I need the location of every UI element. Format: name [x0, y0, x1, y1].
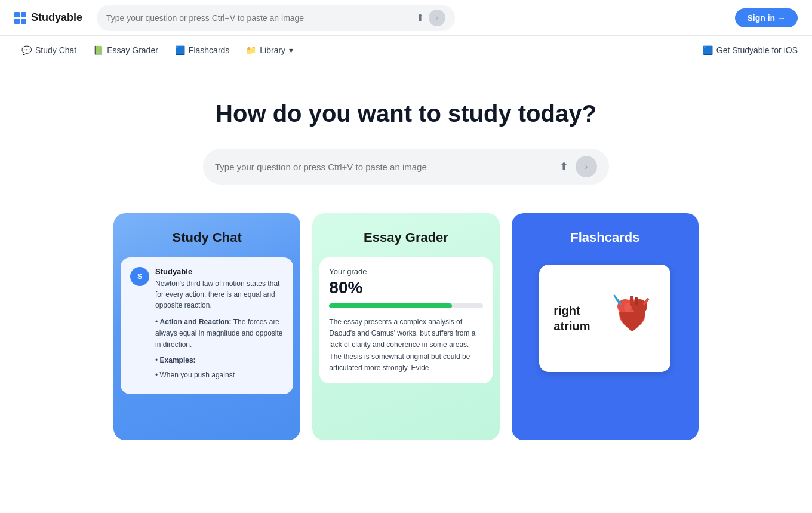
- header-arrow-icon: ›: [436, 13, 438, 22]
- header-search-bar: ⬆ ›: [97, 5, 455, 31]
- nav-library-label: Library: [260, 45, 285, 55]
- svg-point-8: [624, 303, 631, 312]
- flashcards-card[interactable]: Flashcards right atrium: [512, 213, 699, 440]
- chat-message: S Studyable Newton's third law of motion…: [130, 267, 284, 385]
- logo-icon: [14, 12, 26, 24]
- svg-line-7: [644, 299, 648, 304]
- hero-title: How do you want to study today?: [216, 100, 596, 127]
- essay-grader-inner: Your grade 80% The essay presents a comp…: [319, 257, 492, 383]
- study-chat-card[interactable]: Study Chat S Studyable Newton's third la…: [113, 213, 300, 440]
- header-right: Sign in →: [735, 8, 798, 27]
- chat-bullets-list: Action and Reaction: The forces are alwa…: [155, 317, 284, 381]
- study-chat-card-title: Study Chat: [113, 213, 300, 257]
- nav-item-library[interactable]: 📁 Library ▾: [239, 42, 300, 59]
- essay-grader-card[interactable]: Essay Grader Your grade 80% The essay pr…: [312, 213, 499, 440]
- svg-rect-3: [630, 296, 633, 306]
- progress-bar-bg: [329, 303, 482, 308]
- nav-item-study-chat[interactable]: 💬 Study Chat: [14, 42, 84, 59]
- ios-label: Get Studyable for iOS: [716, 45, 798, 55]
- flashcard-term: right atrium: [553, 303, 608, 334]
- flashcard: right atrium: [539, 265, 670, 372]
- main-arrow-icon: ›: [585, 161, 588, 172]
- header-search-submit-button[interactable]: ›: [429, 10, 445, 26]
- grade-label: Your grade: [329, 267, 482, 276]
- nav-flashcards-label: Flashcards: [189, 45, 229, 55]
- svg-rect-4: [635, 297, 638, 305]
- nav-ios-area: 🟦 Get Studyable for iOS: [703, 45, 798, 55]
- grade-value: 80%: [329, 278, 482, 297]
- main-upload-icon[interactable]: ⬆: [559, 160, 568, 173]
- nav-study-chat-label: Study Chat: [35, 45, 76, 55]
- chat-text-area: Studyable Newton's third law of motion s…: [155, 267, 284, 385]
- sign-in-button[interactable]: Sign in →: [735, 8, 798, 27]
- flashcards-card-title: Flashcards: [512, 213, 699, 257]
- nav-essay-grader-label: Essay Grader: [107, 45, 158, 55]
- study-chat-icon: 💬: [21, 45, 32, 55]
- get-ios-button[interactable]: 🟦 Get Studyable for iOS: [703, 45, 798, 55]
- essay-feedback-text: The essay presents a complex analysis of…: [329, 317, 482, 374]
- chat-sender: Studyable: [155, 267, 284, 276]
- library-icon: 📁: [246, 45, 256, 55]
- feature-cards: Study Chat S Studyable Newton's third la…: [113, 213, 699, 440]
- study-chat-inner: S Studyable Newton's third law of motion…: [121, 257, 293, 394]
- essay-grader-icon: 📗: [93, 45, 103, 55]
- chat-bullet-3: When you push against: [155, 370, 284, 381]
- chat-bullet-1: Action and Reaction: The forces are alwa…: [155, 317, 284, 351]
- logo[interactable]: Studyable: [14, 11, 82, 24]
- header: Studyable ⬆ › Sign in →: [0, 0, 812, 36]
- progress-bar-fill: [329, 303, 452, 308]
- library-dropdown-chevron: ▾: [289, 45, 293, 55]
- chat-bullet-2: Examples:: [155, 355, 284, 366]
- main-content: How do you want to study today? ⬆ › Stud…: [0, 64, 812, 464]
- flashcards-nav-icon: 🟦: [175, 45, 185, 55]
- main-nav: 💬 Study Chat 📗 Essay Grader 🟦 Flashcards…: [0, 36, 812, 64]
- heart-image: [608, 291, 656, 346]
- svg-line-6: [614, 296, 617, 299]
- main-search-bar: ⬆ ›: [203, 149, 609, 185]
- avatar: S: [130, 267, 149, 286]
- nav-item-essay-grader[interactable]: 📗 Essay Grader: [86, 42, 165, 59]
- brand-name: Studyable: [31, 11, 82, 24]
- header-search-input[interactable]: [106, 13, 411, 23]
- flashcard-content: right atrium: [512, 257, 699, 379]
- ios-icon: 🟦: [703, 45, 713, 55]
- main-search-input[interactable]: [215, 162, 552, 172]
- header-upload-icon[interactable]: ⬆: [416, 12, 424, 23]
- nav-item-flashcards[interactable]: 🟦 Flashcards: [168, 42, 236, 59]
- chat-body: Newton's third law of motion states that…: [155, 278, 284, 311]
- main-search-submit-button[interactable]: ›: [576, 156, 597, 177]
- essay-grader-card-title: Essay Grader: [312, 213, 499, 257]
